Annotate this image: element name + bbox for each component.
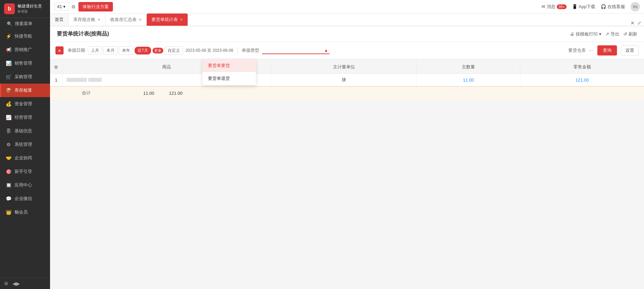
cell-unit: 块 [271,74,417,86]
date-this-month-btn[interactable]: 本月 [103,46,118,55]
qty-link[interactable]: 11.00 [463,77,474,83]
tab-inventory-batch-close-icon[interactable]: ✕ [97,18,100,22]
date-this-year-btn[interactable]: 本年 [119,46,133,55]
user-avatar[interactable]: Rit [630,2,640,12]
footer-qty: 11.00 [135,91,162,96]
tab-home[interactable]: 首页 [50,14,69,26]
date-more-badge[interactable]: 更多 [152,48,163,53]
query-button[interactable]: 查询 [597,45,617,55]
dropdown-item-order-goods[interactable]: 要货单要货 [202,59,256,72]
operations-icon: 📈 [5,114,12,121]
tab-order-summary[interactable]: 要货单统计表 ✕ [147,14,188,26]
app-logo: b 畅捷通好生意 标准版 [0,0,50,18]
vip-icon: 👑 [5,209,12,216]
purchase-label: 采购管理 [15,74,32,80]
type-input-wrap[interactable]: ▲ [262,47,330,54]
sidebar-item-base[interactable]: 🗄 基础信息 [0,124,50,138]
user-initials: Rit [633,5,637,9]
date-last-month-btn[interactable]: 上月 [88,46,102,55]
filter-divider-1 [237,47,238,54]
guide-icon: 🎯 [5,168,12,175]
dropdown-item-order-return[interactable]: 要货单退货 [202,72,256,85]
sidebar-item-operations[interactable]: 📈 经营管理 [0,111,50,124]
sidebar-item-app-center[interactable]: 🔲 应用中心 [0,178,50,192]
sidebar-item-finance[interactable]: 💰 资金管理 [0,97,50,111]
sidebar-item-inventory[interactable]: 📦 库存核算 [0,84,50,97]
finance-icon: 💰 [5,101,12,107]
cell-amount: 121.00 [520,74,644,86]
message-badge: 99+ [557,4,567,9]
store-selector[interactable]: 41 ▾ [54,2,69,11]
refresh-action[interactable]: ↺ 刷新 [623,31,637,37]
online-service-label: 在线客服 [607,4,625,10]
type-caret-icon[interactable]: ▲ [324,48,328,53]
operations-label: 经营管理 [15,114,32,120]
tabs-actions: ✕ ⤢ [628,20,644,26]
amount-link[interactable]: 121.00 [575,77,589,83]
sidebar-item-sales[interactable]: 📊 销售管理 [0,57,50,70]
page-title: 要货单统计表(按商品) [57,30,109,38]
table-settings-icon[interactable]: ⚙ [54,65,58,70]
message-icon: ✉ [542,4,545,9]
sidebar-item-corp[interactable]: 🤝 企业协同 [0,151,50,165]
tab-close-all-icon[interactable]: ✕ [630,20,635,26]
topbar-gear-icon[interactable]: ⚙ [71,4,76,9]
tabs-bar: 首页 库存批次账 ✕ 收发存汇总表 ✕ 要货单统计表 ✕ ✕ ⤢ [50,14,644,26]
sidebar-bottom: ⚙ ◀▶ [0,278,50,289]
tab-receive-summary[interactable]: 收发存汇总表 ✕ [105,14,147,26]
logo-icon: b [4,3,15,14]
headset-icon: 🎧 [601,4,606,9]
refresh-icon: ↺ [623,31,627,37]
filter-toggle-btn[interactable]: » [55,46,64,54]
finance-label: 资金管理 [15,101,32,107]
messages-action[interactable]: ✉ 消息 99+ [542,4,567,10]
export-icon: ↗ [605,31,609,37]
settings-button[interactable]: 设置 [621,45,639,55]
warehouse-more-icon[interactable]: ⋯ [589,48,593,53]
product-placeholder-1 [67,78,87,82]
print-label: 按模板打印 [576,31,598,37]
trial-button[interactable]: 体验行业方案 [78,2,113,12]
date-7days-btn[interactable]: 近7天 [135,47,151,54]
wechat-label: 企业微信 [15,196,32,202]
tab-receive-summary-label: 收发存汇总表 [110,17,137,23]
sidebar-item-wechat[interactable]: 💬 企业微信 [0,192,50,205]
app-center-icon: 🔲 [5,182,12,188]
search-menu[interactable]: 🔍 搜索菜单 [0,18,50,29]
date-custom-btn[interactable]: 自定义 [165,46,183,55]
app-title: 畅捷通好生意 [18,4,42,9]
main-area: 41 ▾ ⚙ 体验行业方案 ✉ 消息 99+ 📱 App下载 🎧 在线客服 Ri… [50,0,644,289]
sidebar-item-guide[interactable]: 🎯 新手引导 [0,165,50,178]
table-row: 1 块 11.00 121.00 [50,74,644,86]
tab-order-summary-close-icon[interactable]: ✕ [180,18,183,22]
online-service-action[interactable]: 🎧 在线客服 [601,4,625,10]
marketing-icon: 📢 [5,46,12,53]
quick-nav-label: 快捷导航 [15,33,32,39]
table-footer: 合计 11.00 121.00 [50,86,644,99]
collapse-icon[interactable]: ◀▶ [13,281,20,286]
base-icon: 🗄 [5,128,12,134]
date-buttons: 上月 本月 本年 近7天 更多 自定义 [88,46,183,55]
col-qty: 主数量 [417,61,520,74]
refresh-label: 刷新 [628,31,637,37]
footer-total-label: 合计 [54,90,95,96]
warehouse-filter-section: 要货仓库 ⋯ [568,47,593,53]
sidebar-item-vip[interactable]: 👑 畅会员 [0,205,50,219]
sidebar-item-purchase[interactable]: 🛒 采购管理 [0,70,50,84]
tab-expand-icon[interactable]: ⤢ [637,20,641,26]
type-filter-label: 单据类型 [242,47,259,53]
quick-nav-icon: ⚡ [5,33,12,40]
system-icon: ⚙ [5,141,12,148]
tab-inventory-batch[interactable]: 库存批次账 ✕ [69,14,105,26]
settings-bottom-icon[interactable]: ⚙ [4,281,8,286]
app-download-action[interactable]: 📱 App下载 [572,4,595,10]
sidebar-item-marketing[interactable]: 📢 营销推广 [0,43,50,57]
app-subtitle: 标准版 [18,9,42,14]
print-action[interactable]: 🖨 按模板打印 ▾ [570,31,601,37]
tab-receive-summary-close-icon[interactable]: ✕ [139,18,142,22]
type-input[interactable] [263,48,324,53]
export-action[interactable]: ↗ 导出 [605,31,619,37]
inventory-icon: 📦 [5,87,12,94]
sidebar-item-system[interactable]: ⚙ 系统管理 [0,138,50,151]
sidebar-item-quick-nav[interactable]: ⚡ 快捷导航 [0,29,50,43]
